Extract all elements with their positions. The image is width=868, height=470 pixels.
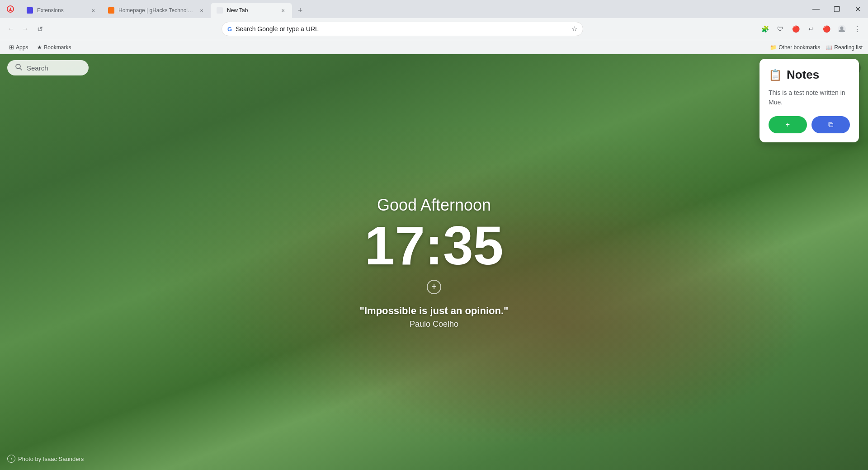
notes-add-button[interactable]: +: [769, 116, 807, 133]
other-bookmarks-label: Other bookmarks: [778, 44, 820, 51]
quote-area: "Impossible is just an opinion." Paulo C…: [360, 305, 509, 329]
reading-list-icon: 📖: [826, 44, 832, 51]
photo-credit[interactable]: i Photo by Isaac Saunders: [7, 455, 84, 463]
tab-ghacks-title: Homepage | gHacks Technology...: [118, 7, 194, 14]
bookmarks-right: 📁 Other bookmarks 📖 Reading list: [770, 44, 863, 51]
bookmarks-label: Bookmarks: [44, 44, 71, 51]
bookmark-url-icon: ☆: [571, 25, 577, 33]
search-icon: [15, 64, 22, 72]
clock-area: Good Afternoon 17:35 + "Impossible is ju…: [360, 54, 509, 470]
other-bookmarks-icon: 📁: [770, 44, 777, 51]
notes-header: 📋 Notes: [769, 68, 850, 82]
notes-actions: + ⧉: [769, 116, 850, 133]
bookmarks-apps[interactable]: ⊞ Apps: [5, 42, 32, 52]
notes-panel: 📋 Notes This is a test note written in M…: [760, 59, 859, 142]
bookmarks-bookmarks[interactable]: ★ Bookmarks: [33, 42, 75, 52]
notes-panel-title: Notes: [787, 68, 819, 82]
add-widget-button[interactable]: +: [427, 280, 441, 294]
tab-ghacks-close[interactable]: ✕: [198, 7, 205, 14]
bookmarks-bar: ⊞ Apps ★ Bookmarks 📁 Other bookmarks 📖 R…: [0, 40, 868, 54]
profile-icon[interactable]: [835, 22, 849, 36]
browser-icon[interactable]: [0, 0, 21, 18]
tab-bar: Extensions ✕ Homepage | gHacks Technolog…: [0, 0, 868, 18]
clock-display: 17:35: [365, 218, 504, 273]
window-controls: — ❐ ✕: [806, 0, 868, 18]
address-bar: ← → ↺ G Search Google or type a URL ☆ 🧩 …: [0, 18, 868, 40]
apps-grid-icon: ⊞: [9, 44, 14, 51]
tab-extensions-favicon: [26, 7, 33, 14]
add-tab-button[interactable]: +: [294, 4, 307, 17]
ublock2-icon[interactable]: 🔴: [819, 22, 834, 36]
photo-credit-text: Photo by Isaac Saunders: [18, 456, 84, 462]
notes-copy-icon: ⧉: [828, 121, 833, 129]
menu-button[interactable]: ⋮: [850, 22, 864, 36]
tab-newtab[interactable]: New Tab ✕: [211, 3, 292, 18]
tab-extensions[interactable]: Extensions ✕: [21, 3, 102, 18]
restore-button[interactable]: ❐: [826, 0, 847, 18]
tab-extensions-title: Extensions: [37, 7, 86, 14]
tab-newtab-title: New Tab: [227, 7, 276, 14]
url-text: Search Google or type a URL: [236, 25, 568, 33]
tab-extensions-close[interactable]: ✕: [90, 7, 97, 14]
extensions-icon[interactable]: 🧩: [758, 22, 772, 36]
minimize-button[interactable]: —: [806, 0, 826, 18]
nav-controls: ← → ↺: [4, 22, 47, 36]
close-button[interactable]: ✕: [847, 0, 868, 18]
url-bar[interactable]: G Search Google or type a URL ☆: [222, 22, 583, 36]
toolbar-right: 🧩 🛡 🔴 ↩ 🔴 ⋮: [758, 22, 864, 36]
forward-button[interactable]: →: [18, 22, 33, 36]
notes-add-icon: +: [786, 121, 790, 129]
reading-list[interactable]: 📖 Reading list: [826, 44, 863, 51]
search-placeholder: Search: [27, 64, 48, 72]
google-icon: G: [227, 26, 232, 33]
tab-newtab-favicon: [216, 7, 223, 14]
info-icon: i: [7, 455, 15, 463]
quote-text: "Impossible is just an opinion.": [360, 305, 509, 317]
ublock-icon[interactable]: 🔴: [788, 22, 803, 36]
tab-newtab-close[interactable]: ✕: [279, 7, 287, 14]
browser-chrome: Extensions ✕ Homepage | gHacks Technolog…: [0, 0, 868, 54]
svg-point-1: [840, 27, 844, 30]
history-sync-icon[interactable]: ↩: [804, 22, 818, 36]
greeting-text: Good Afternoon: [377, 196, 491, 215]
reading-list-label: Reading list: [834, 44, 863, 51]
address-bar-center: G Search Google or type a URL ☆: [49, 22, 756, 36]
bookmarks-star-icon: ★: [37, 44, 42, 51]
notes-copy-button[interactable]: ⧉: [811, 116, 850, 133]
tab-list: Extensions ✕ Homepage | gHacks Technolog…: [21, 3, 868, 18]
notes-panel-content: This is a test note written in Mue.: [769, 88, 850, 107]
notes-panel-icon: 📋: [769, 69, 782, 81]
shield-icon[interactable]: 🛡: [773, 22, 788, 36]
back-button[interactable]: ←: [4, 22, 18, 36]
svg-line-3: [20, 68, 22, 70]
other-bookmarks[interactable]: 📁 Other bookmarks: [770, 44, 820, 51]
reload-button[interactable]: ↺: [33, 22, 47, 36]
apps-label: Apps: [16, 44, 28, 51]
tab-ghacks[interactable]: Homepage | gHacks Technology... ✕: [102, 3, 211, 18]
search-box[interactable]: Search: [7, 60, 89, 75]
tab-ghacks-favicon: [108, 7, 115, 14]
new-tab-content: Search: [0, 54, 868, 470]
quote-author: Paulo Coelho: [360, 320, 509, 329]
